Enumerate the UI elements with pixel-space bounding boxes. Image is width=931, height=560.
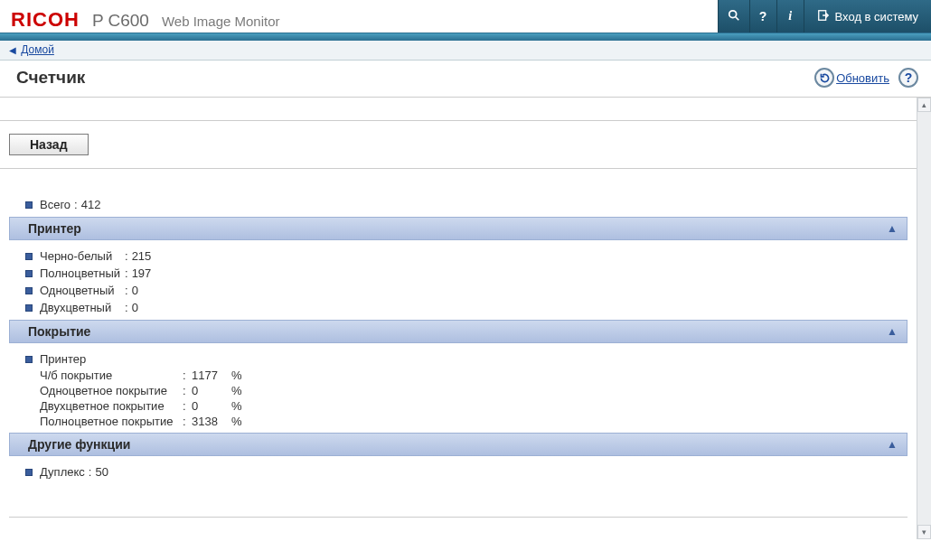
collapse-toggle-other[interactable]: ▲	[887, 438, 898, 451]
coverage-group-label: Принтер	[40, 352, 86, 366]
bottom-divider	[9, 517, 907, 518]
help-icon: ?	[759, 9, 767, 23]
coverage-unit: %	[231, 384, 248, 397]
other-group: Дуплекс : 50	[0, 463, 917, 481]
coverage-value: 0	[192, 384, 231, 397]
counter-row: Полноцветный : 197	[9, 265, 907, 282]
device-model: P C600	[92, 11, 149, 31]
total-value: 412	[81, 198, 101, 211]
counter-row: Двухцветный : 0	[9, 299, 907, 316]
top-toolbar: ? i Вход в систему	[718, 0, 931, 33]
svg-point-0	[729, 10, 736, 17]
back-row: Назад	[0, 125, 917, 169]
counter-label: Полноцветный	[40, 266, 121, 280]
bullet-icon	[25, 287, 33, 294]
info-icon: i	[788, 9, 792, 23]
bullet-icon	[25, 356, 33, 363]
breadcrumb-home-link[interactable]: Домой	[21, 43, 54, 56]
page-help-button[interactable]: ?	[898, 68, 918, 88]
collapse-toggle-coverage[interactable]: ▲	[887, 325, 898, 338]
coverage-row: Ч/б покрытие : 1177 %	[9, 368, 907, 383]
coverage-group: Принтер Ч/б покрытие : 1177 % Одноцветно…	[0, 350, 917, 429]
info-button[interactable]: i	[776, 0, 804, 33]
coverage-value: 1177	[192, 369, 231, 382]
login-button[interactable]: Вход в систему	[804, 0, 931, 33]
colon: :	[71, 198, 81, 211]
counter-value: 50	[95, 465, 108, 479]
coverage-label: Двухцветное покрытие	[40, 399, 183, 413]
counter-value: 197	[132, 266, 152, 280]
section-title-other: Другие функции	[28, 437, 130, 452]
refresh-label: Обновить	[836, 71, 889, 85]
breadcrumb-caret-icon: ◀	[9, 45, 16, 55]
section-head-other: Другие функции ▲	[9, 433, 907, 456]
printer-counters: Черно-белый : 215 Полноцветный : 197 Одн…	[0, 247, 917, 316]
coverage-row: Одноцветное покрытие : 0 %	[9, 383, 907, 398]
brand-block: RICOH P C600 Web Image Monitor	[11, 8, 280, 32]
top-header: RICOH P C600 Web Image Monitor ? i Вход …	[0, 0, 931, 40]
coverage-value: 0	[192, 399, 231, 413]
counter-row: Одноцветный : 0	[9, 282, 907, 299]
bullet-icon	[25, 270, 33, 277]
counter-label: Двухцветный	[40, 301, 121, 314]
bullet-icon	[25, 201, 33, 209]
total-label: Всего	[40, 198, 71, 211]
vertical-scrollbar[interactable]: ▴ ▾	[917, 98, 931, 539]
brand-logo: RICOH	[11, 8, 80, 32]
coverage-unit: %	[231, 415, 248, 428]
search-icon	[728, 9, 740, 24]
section-title-coverage: Покрытие	[28, 324, 90, 339]
total-row: Всего : 412	[9, 196, 907, 213]
coverage-group-label-row: Принтер	[9, 350, 907, 368]
counter-label: Черно-белый	[40, 249, 121, 263]
collapse-toggle-printer[interactable]: ▲	[887, 222, 898, 235]
total-group: Всего : 412	[0, 196, 917, 213]
content-area: Назад Всего : 412 Принтер ▲ Черно-белый …	[0, 98, 917, 539]
section-title-printer: Принтер	[28, 221, 81, 236]
coverage-value: 3138	[192, 415, 231, 428]
page-title: Счетчик	[16, 68, 85, 88]
bullet-icon	[25, 253, 33, 260]
coverage-row: Полноцветное покрытие : 3138 %	[9, 414, 907, 429]
refresh-button[interactable]: Обновить	[814, 68, 889, 88]
coverage-label: Ч/б покрытие	[40, 369, 183, 382]
coverage-row: Двухцветное покрытие : 0 %	[9, 398, 907, 414]
scroll-down-arrow-icon[interactable]: ▾	[917, 525, 931, 539]
coverage-unit: %	[231, 369, 248, 382]
breadcrumb: ◀ Домой	[0, 40, 931, 61]
svg-line-1	[735, 16, 738, 20]
coverage-unit: %	[231, 399, 248, 413]
app-subtitle: Web Image Monitor	[162, 14, 280, 29]
refresh-icon	[814, 68, 834, 88]
help-button[interactable]: ?	[749, 0, 776, 33]
page-title-row: Счетчик Обновить ?	[0, 61, 931, 98]
bullet-icon	[25, 304, 33, 312]
back-button[interactable]: Назад	[9, 134, 89, 155]
login-label: Вход в систему	[835, 10, 918, 23]
counter-row: Черно-белый : 215	[9, 247, 907, 265]
login-icon	[817, 9, 830, 24]
counter-value: 0	[132, 301, 138, 314]
coverage-label: Одноцветное покрытие	[40, 384, 183, 397]
question-icon: ?	[905, 70, 913, 85]
scroll-up-arrow-icon[interactable]: ▴	[917, 98, 931, 112]
bullet-icon	[25, 469, 33, 476]
counter-value: 215	[132, 249, 152, 263]
section-head-printer: Принтер ▲	[9, 217, 907, 240]
section-head-coverage: Покрытие ▲	[9, 320, 907, 343]
counter-value: 0	[132, 284, 138, 297]
title-actions: Обновить ?	[814, 68, 918, 88]
counter-label: Одноцветный	[40, 284, 121, 297]
counter-label: Дуплекс	[40, 465, 85, 479]
counter-row: Дуплекс : 50	[9, 463, 907, 481]
search-button[interactable]	[718, 0, 749, 33]
coverage-label: Полноцветное покрытие	[40, 415, 183, 428]
